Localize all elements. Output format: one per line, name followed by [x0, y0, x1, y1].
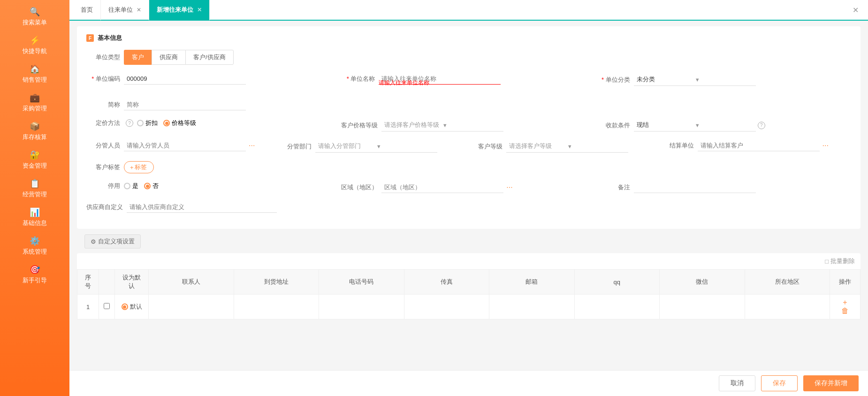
abbreviation-row: 简称 — [86, 99, 851, 110]
unit-code-input[interactable] — [124, 73, 246, 85]
close-all-button[interactable]: ✕ — [847, 6, 864, 15]
save-new-button[interactable]: 保存并新增 — [803, 375, 859, 391]
row-email-input[interactable] — [494, 303, 569, 311]
disabled-no-circle — [144, 183, 151, 189]
col-default: 设为默认 — [115, 270, 149, 295]
col-action: 操作 — [830, 270, 860, 295]
pricing-discount-radio[interactable]: 折扣 — [137, 119, 158, 127]
unit-category-arrow: ▾ — [696, 76, 753, 83]
unit-type-both[interactable]: 客户/供应商 — [185, 50, 234, 65]
row-fax-input[interactable] — [409, 303, 484, 311]
add-tag-button[interactable]: + 标签 — [124, 161, 154, 173]
row-delete-button[interactable]: 🗑 — [839, 307, 851, 315]
customer-tag-row: 客户标签 + 标签 — [86, 161, 851, 173]
customer-price-level-select[interactable]: 请选择客户价格等级 ▾ — [381, 119, 503, 132]
tab-new-contact[interactable]: 新增往来单位 ✕ — [149, 0, 210, 20]
sidebar-item-operations[interactable]: 📋 经营管理 — [0, 174, 69, 202]
department-field: 分管部门 请输入分管部门 ▾ — [278, 140, 469, 153]
department-select[interactable]: 请输入分管部门 ▾ — [315, 140, 437, 153]
payment-terms-help-icon[interactable]: ? — [758, 122, 765, 129]
settlement-unit-more-icon[interactable]: ··· — [822, 141, 829, 150]
manager-more-icon[interactable]: ··· — [249, 141, 255, 150]
supplier-custom-field: 供应商自定义 — [86, 202, 851, 213]
row-address-input[interactable] — [239, 303, 314, 311]
supplier-custom-input[interactable] — [127, 202, 277, 213]
col-index: 序号 — [77, 270, 99, 295]
abbreviation-input[interactable] — [124, 99, 246, 110]
row-default-radio[interactable]: 默认 — [120, 303, 144, 311]
row-wechat-input[interactable] — [664, 303, 739, 311]
disabled-yes-radio[interactable]: 是 — [124, 182, 138, 190]
sidebar-item-basic[interactable]: 📊 基础信息 — [0, 202, 69, 231]
payment-terms-arrow: ▾ — [696, 122, 753, 129]
pricing-method-field: 定价方法 ? 折扣 价格等级 — [86, 119, 341, 127]
row-region-input[interactable] — [750, 303, 825, 311]
sidebar-item-search[interactable]: 🔍 搜索菜单 — [0, 2, 69, 31]
unit-type-field: 单位类型 客户 供应商 客户/供应商 — [86, 50, 851, 65]
batch-delete-button[interactable]: □ 批量删除 — [825, 257, 855, 265]
basic-icon: 📊 — [30, 207, 40, 217]
basic-info-section: F 基本信息 单位类型 客户 供应商 客户/供应商 单位编码 — [77, 26, 860, 229]
customer-level-select[interactable]: 请选择客户等级 ▾ — [506, 140, 628, 153]
manager-input[interactable] — [124, 140, 246, 151]
region-input[interactable] — [381, 182, 503, 193]
sidebar-item-purchase[interactable]: 💼 采购管理 — [0, 88, 69, 116]
sidebar-item-inventory[interactable]: 📦 库存核算 — [0, 116, 69, 145]
sidebar-item-label: 库存核算 — [23, 133, 47, 141]
row-add-button[interactable]: + — [841, 298, 849, 307]
contacts-table-section: □ 批量删除 序号 设为默认 联系人 到货地址 电话号码 传真 邮箱 qq — [77, 253, 860, 319]
row-contact-input[interactable] — [153, 303, 228, 311]
cancel-button[interactable]: 取消 — [719, 375, 755, 391]
sidebar-item-quicknav[interactable]: ⚡ 快捷导航 — [0, 31, 69, 59]
unit-type-supplier[interactable]: 供应商 — [152, 50, 185, 65]
pricing-level-label: 价格等级 — [172, 119, 196, 127]
tab-home[interactable]: 首页 — [73, 0, 101, 20]
row-qq-input[interactable] — [579, 303, 655, 311]
payment-terms-select[interactable]: 现结 ▾ — [634, 119, 756, 132]
disabled-field: 停用 是 否 — [86, 182, 341, 190]
col-wechat: 微信 — [660, 270, 745, 295]
custom-settings-button[interactable]: ⚙ 自定义项设置 — [84, 234, 141, 248]
disabled-yes-label: 是 — [132, 182, 138, 190]
col-region: 所在地区 — [745, 270, 830, 295]
settlement-unit-input[interactable] — [698, 140, 820, 151]
pricing-level-radio[interactable]: 价格等级 — [163, 119, 196, 127]
region-more-icon[interactable]: ··· — [506, 183, 512, 192]
system-icon: ⚙️ — [30, 236, 40, 246]
settlement-unit-field: 结算单位 ··· — [660, 140, 852, 151]
payment-terms-label: 收款条件 — [596, 121, 634, 130]
remark-input[interactable] — [634, 182, 756, 193]
region-label: 区域（地区） — [341, 183, 381, 192]
custom-settings-gear-icon: ⚙ — [91, 238, 96, 245]
col-address: 到货地址 — [234, 270, 319, 295]
unit-category-select[interactable]: 未分类 ▾ — [634, 73, 756, 86]
sidebar-item-sales[interactable]: 🏠 销售管理 — [0, 59, 69, 88]
tab-contacts-label: 往来单位 — [108, 6, 133, 14]
sidebar-item-label: 基础信息 — [23, 219, 47, 227]
disabled-label: 停用 — [86, 182, 124, 190]
supplier-custom-label: 供应商自定义 — [86, 203, 127, 211]
unit-type-row: 单位类型 客户 供应商 客户/供应商 — [86, 50, 851, 65]
row-wechat — [660, 295, 745, 319]
table-row: 1 默认 — [77, 295, 860, 319]
region-field: 区域（地区） ··· — [341, 182, 596, 193]
table-toolbar: □ 批量删除 — [77, 253, 860, 269]
contacts-table: 序号 设为默认 联系人 到货地址 电话号码 传真 邮箱 qq 微信 所在地区 操… — [77, 269, 860, 319]
newbie-icon: 🎯 — [30, 264, 40, 275]
save-button[interactable]: 保存 — [761, 375, 798, 391]
tab-contacts-close[interactable]: ✕ — [137, 7, 141, 13]
sidebar-item-newbie[interactable]: 🎯 新手引导 — [0, 260, 69, 288]
tab-new-contact-close[interactable]: ✕ — [197, 7, 202, 13]
purchase-icon: 💼 — [30, 93, 40, 103]
tab-contacts[interactable]: 往来单位 ✕ — [101, 0, 149, 20]
col-email: 邮箱 — [489, 270, 574, 295]
row-checkbox[interactable] — [104, 303, 110, 309]
unit-type-customer[interactable]: 客户 — [124, 50, 152, 65]
sidebar-item-system[interactable]: ⚙️ 系统管理 — [0, 231, 69, 260]
pricing-help-icon[interactable]: ? — [126, 119, 133, 127]
sidebar-item-finance[interactable]: 🔐 资金管理 — [0, 145, 69, 174]
search-menu-icon: 🔍 — [30, 7, 40, 17]
disabled-no-radio[interactable]: 否 — [144, 182, 159, 190]
row-phone-input[interactable] — [324, 303, 399, 311]
sidebar-item-label: 资金管理 — [23, 162, 47, 170]
